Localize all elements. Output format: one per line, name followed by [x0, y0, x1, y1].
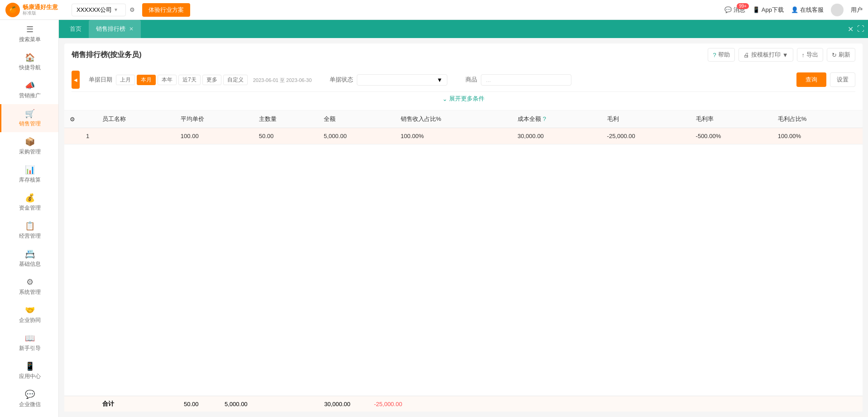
- col-sales-ratio: 销售收入占比%: [395, 110, 512, 128]
- top-header: 🍊 畅康通好生意 标准版 XXXXXX公司 ▼ ⚙ 体验行业方案 💬 消息 99…: [0, 0, 868, 20]
- print-button[interactable]: 🖨 按模板打印 ▼: [739, 48, 793, 62]
- app-download-label: App下载: [762, 6, 784, 14]
- operation-icon: 📋: [25, 221, 35, 231]
- expand-more-button[interactable]: ⌄ 展开更多条件: [72, 91, 855, 105]
- settings-button[interactable]: 设置: [830, 72, 855, 87]
- sidebar-item-apps[interactable]: 📱 应用中心: [0, 357, 58, 385]
- table-body: 1 100.00 50.00 5,000.00 100.00% 30,000.0…: [64, 128, 863, 144]
- sidebar-item-finance[interactable]: 💰 资金管理: [0, 188, 58, 216]
- inventory-icon: 📊: [25, 165, 35, 175]
- footer-label: 合计: [102, 400, 139, 408]
- col-gross-ratio: 毛利占比%: [772, 110, 863, 128]
- row-settings-col: [64, 128, 81, 144]
- sidebar-label-guide: 新手引导: [19, 345, 41, 352]
- online-service-label: 在线客服: [800, 6, 824, 14]
- sidebar-item-search[interactable]: ☰ 搜索菜单: [0, 20, 58, 48]
- sidebar-label-quicknav: 快捷导航: [19, 64, 41, 72]
- trial-btn[interactable]: 体验行业方案: [142, 3, 190, 17]
- user-name[interactable]: 用户: [851, 6, 863, 14]
- page-header: 销售排行榜(按业务员) ? 帮助 🖨 按模板打印 ▼ ↑ 导出: [64, 43, 863, 66]
- tab-expand-icon[interactable]: ⛶: [857, 25, 864, 33]
- sales-icon: 🛒: [25, 109, 35, 119]
- download-icon: 📱: [753, 6, 760, 13]
- col-amount: 全额: [318, 110, 395, 128]
- sidebar-item-system[interactable]: ⚙ 系统管理: [0, 273, 58, 301]
- date-btn-this-year[interactable]: 本年: [158, 75, 177, 85]
- page-content: 销售排行榜(按业务员) ? 帮助 🖨 按模板打印 ▼ ↑ 导出: [59, 38, 868, 417]
- refresh-label: 刷新: [839, 51, 850, 59]
- table-row: 1 100.00 50.00 5,000.00 100.00% 30,000.0…: [64, 128, 863, 144]
- filter-goods-item: 商品 ...: [465, 74, 571, 86]
- sidebar-item-inventory[interactable]: 📊 库存核算: [0, 160, 58, 188]
- sidebar-item-marketing[interactable]: 📣 营销推广: [0, 76, 58, 104]
- row-gross-rate: -500.00%: [691, 128, 772, 144]
- col-rank: [81, 110, 97, 128]
- tab-sales-ranking-label: 销售排行榜: [96, 25, 125, 33]
- filter-row: ◀ 单据日期 上月 本月 本年 近7天 更多 自定义 202: [72, 71, 855, 89]
- data-table: ⚙ 员工名称 平均单价 主数量 全额 销售收入占比% 成本全额 ? 毛利 毛利率: [64, 110, 863, 144]
- filter-goods-input[interactable]: ...: [481, 74, 571, 86]
- sidebar-item-vip[interactable]: V 畅会员: [0, 413, 58, 417]
- tab-home[interactable]: 首页: [62, 20, 89, 38]
- query-button[interactable]: 查询: [796, 72, 826, 87]
- date-btn-7days[interactable]: 近7天: [178, 75, 201, 85]
- print-label: 按模板打印: [751, 51, 781, 59]
- sidebar-item-purchase[interactable]: 📦 采购管理: [0, 132, 58, 160]
- user-avatar[interactable]: [831, 4, 844, 16]
- print-icon: 🖨: [743, 52, 749, 58]
- tab-close-icon[interactable]: ✕: [129, 26, 134, 32]
- sidebar-item-enterprise[interactable]: 🤝 企业协同: [0, 301, 58, 329]
- export-button[interactable]: ↑ 导出: [797, 48, 824, 62]
- online-service-button[interactable]: 👤 在线客服: [791, 6, 824, 14]
- sidebar-label-wechat: 企业微信: [19, 401, 41, 408]
- sidebar-item-guide[interactable]: 📖 新手引导: [0, 329, 58, 357]
- sidebar-item-wechat[interactable]: 💬 企业微信: [0, 385, 58, 413]
- app-download-button[interactable]: 📱 App下载: [753, 6, 784, 14]
- refresh-button[interactable]: ↻ 刷新: [827, 48, 855, 62]
- sidebar-item-sales[interactable]: 🛒 销售管理: [0, 104, 58, 132]
- purchase-icon: 📦: [25, 137, 35, 147]
- company-selector[interactable]: XXXXXX公司 ▼: [72, 4, 126, 16]
- row-amount: 5,000.00: [318, 128, 395, 144]
- sidebar-label-sales: 销售管理: [19, 120, 41, 128]
- apps-icon: 📱: [25, 361, 35, 371]
- help-button[interactable]: ? 帮助: [708, 48, 734, 62]
- filter-status-select[interactable]: ▼: [357, 74, 447, 86]
- service-icon: 👤: [791, 6, 798, 13]
- col-gross: 毛利: [602, 110, 691, 128]
- sidebar-item-basic[interactable]: 📇 基础信息: [0, 244, 58, 273]
- filter-goods-label: 商品: [465, 76, 477, 84]
- date-btn-more[interactable]: 更多: [202, 75, 221, 85]
- table-header: ⚙ 员工名称 平均单价 主数量 全额 销售收入占比% 成本全额 ? 毛利 毛利率: [64, 110, 863, 128]
- sidebar-item-operation[interactable]: 📋 经营管理: [0, 216, 58, 244]
- message-button[interactable]: 💬 消息 99+: [724, 6, 745, 14]
- help-icon: ?: [713, 52, 716, 58]
- row-main-qty: 50.00: [254, 128, 318, 144]
- sidebar-label-operation: 经营管理: [19, 232, 41, 240]
- goods-input-value: ...: [486, 77, 566, 83]
- enterprise-icon: 🤝: [25, 305, 35, 315]
- date-btn-this-month[interactable]: 本月: [137, 75, 156, 85]
- finance-icon: 💰: [25, 193, 35, 203]
- header-settings-button[interactable]: ⚙: [126, 4, 139, 16]
- expand-down-icon: ⌄: [442, 96, 447, 102]
- cost-help-icon: ?: [543, 115, 546, 122]
- home-icon: 🏠: [25, 53, 35, 62]
- date-buttons: 上月 本月 本年 近7天 更多 自定义: [116, 75, 248, 85]
- chevron-down-icon: ▼: [114, 7, 118, 12]
- company-name: XXXXXX公司: [77, 6, 112, 14]
- row-gross-ratio: 100.00%: [772, 128, 863, 144]
- sidebar-item-quicknav[interactable]: 🏠 快捷导航: [0, 48, 58, 76]
- date-btn-last-month[interactable]: 上月: [116, 75, 135, 85]
- row-gross: -25,000.00: [602, 128, 691, 144]
- date-btn-custom[interactable]: 自定义: [223, 75, 248, 85]
- filter-collapse-button[interactable]: ◀: [72, 71, 80, 89]
- search-menu-icon: ☰: [26, 24, 34, 34]
- tab-close-all-icon[interactable]: ✕: [848, 25, 854, 34]
- logo-area: 🍊 畅康通好生意 标准版: [5, 3, 58, 17]
- page-actions: ? 帮助 🖨 按模板打印 ▼ ↑ 导出 ↻ 刷新: [708, 48, 855, 62]
- collapse-icon: ◀: [74, 77, 77, 82]
- footer-gross: -25,000.00: [374, 401, 424, 407]
- filter-date-label: 单据日期: [89, 76, 112, 84]
- tab-sales-ranking[interactable]: 销售排行榜 ✕: [89, 20, 141, 38]
